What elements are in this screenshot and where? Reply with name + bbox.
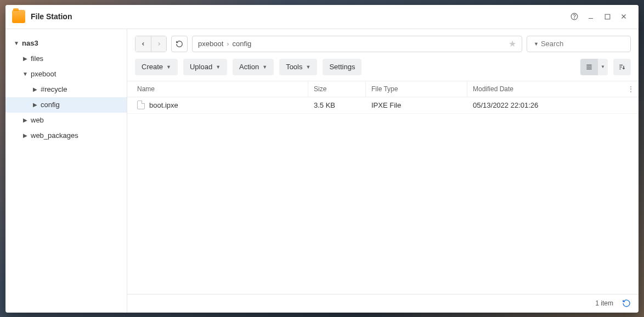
column-header-type[interactable]: File Type: [366, 81, 467, 97]
file-table: Name Size File Type Modified Date ⋮ boot…: [127, 81, 639, 294]
tree-item-config[interactable]: ▶ config: [5, 97, 127, 113]
svg-rect-3: [605, 14, 610, 19]
action-button[interactable]: Action▼: [233, 59, 274, 75]
file-type: IPXE File: [371, 101, 401, 109]
tree-label: #recycle: [41, 85, 67, 93]
file-date: 05/13/2022 22:01:26: [473, 101, 538, 109]
nav-forward-button[interactable]: [151, 36, 166, 52]
caret-down-icon: ▼: [262, 64, 267, 70]
table-header: Name Size File Type Modified Date ⋮: [127, 81, 639, 97]
list-view-button[interactable]: [580, 59, 598, 75]
tree-item-web-packages[interactable]: ▶ web_packages: [5, 128, 127, 143]
tree-item-web[interactable]: ▶ web: [5, 113, 127, 128]
chevron-right-icon: ▶: [22, 55, 29, 62]
chevron-down-icon: ▼: [22, 71, 29, 77]
navigation-toolbar: pxeboot › config ★ ▼: [127, 29, 639, 55]
tree-item-files[interactable]: ▶ files: [5, 51, 127, 66]
table-body: boot.ipxe 3.5 KB IPXE File 05/13/2022 22…: [127, 97, 639, 294]
titlebar: File Station: [5, 5, 639, 29]
caret-down-icon: ▼: [166, 64, 171, 70]
favorite-star-icon[interactable]: ★: [509, 38, 516, 49]
settings-button[interactable]: Settings: [323, 59, 361, 75]
maximize-button[interactable]: [599, 8, 615, 25]
chevron-right-icon: ›: [227, 40, 229, 48]
caret-down-icon: ▼: [306, 64, 311, 70]
chevron-right-icon: ▶: [22, 117, 29, 123]
chevron-down-icon: ▼: [534, 41, 539, 47]
caret-down-icon: ▼: [216, 64, 221, 70]
breadcrumb-segment[interactable]: config: [233, 40, 252, 48]
nav-back-button[interactable]: [135, 36, 151, 52]
folder-tree: ▼ nas3 ▶ files ▼ pxeboot ▶ #recycle ▶ co…: [5, 29, 127, 313]
sort-button[interactable]: [613, 59, 631, 75]
minimize-button[interactable]: [583, 8, 599, 25]
upload-button[interactable]: Upload▼: [183, 59, 227, 75]
tree-label: nas3: [22, 39, 38, 47]
breadcrumb-segment[interactable]: pxeboot: [198, 40, 223, 48]
chevron-right-icon: ▶: [32, 102, 38, 108]
file-size: 3.5 KB: [314, 101, 335, 109]
close-button[interactable]: [615, 8, 632, 25]
table-row[interactable]: boot.ipxe 3.5 KB IPXE File 05/13/2022 22…: [127, 97, 639, 114]
view-mode-dropdown[interactable]: ▼: [598, 59, 608, 75]
file-icon: [137, 101, 145, 109]
statusbar: 1 item: [127, 294, 639, 313]
action-toolbar: Create▼ Upload▼ Action▼ Tools▼ Settings: [127, 55, 639, 81]
svg-point-1: [574, 18, 575, 19]
item-count: 1 item: [595, 299, 613, 307]
view-mode-group: ▼: [580, 59, 608, 75]
refresh-button[interactable]: [171, 36, 188, 52]
main-panel: pxeboot › config ★ ▼ Create▼ Upload▼: [127, 29, 639, 313]
app-folder-icon: [12, 10, 25, 23]
help-button[interactable]: [566, 8, 583, 25]
file-station-window: File Station ▼ nas3 ▶ files ▼ px: [5, 5, 639, 313]
chevron-right-icon: ▶: [32, 86, 38, 92]
search-box[interactable]: ▼: [527, 36, 631, 52]
column-header-size[interactable]: Size: [308, 81, 366, 97]
nav-history-group: [135, 36, 167, 52]
app-title: File Station: [31, 12, 72, 21]
tools-button[interactable]: Tools▼: [279, 59, 317, 75]
chevron-down-icon: ▼: [13, 40, 20, 46]
create-button[interactable]: Create▼: [135, 59, 178, 75]
breadcrumb: pxeboot › config ★: [192, 36, 522, 52]
reload-button[interactable]: [622, 299, 631, 308]
column-menu-button[interactable]: ⋮: [623, 85, 639, 93]
file-name: boot.ipxe: [149, 101, 178, 109]
search-input[interactable]: [541, 40, 633, 48]
tree-label: web_packages: [31, 131, 78, 140]
chevron-right-icon: ▶: [22, 132, 29, 138]
tree-label: files: [31, 54, 43, 63]
tree-item-recycle[interactable]: ▶ #recycle: [5, 82, 127, 97]
tree-root-nas3[interactable]: ▼ nas3: [5, 36, 127, 51]
tree-label: config: [41, 101, 60, 109]
tree-label: web: [31, 116, 44, 124]
tree-label: pxeboot: [31, 70, 56, 78]
tree-item-pxeboot[interactable]: ▼ pxeboot: [5, 66, 127, 82]
column-header-name[interactable]: Name: [127, 81, 308, 97]
column-header-date[interactable]: Modified Date: [467, 81, 623, 97]
